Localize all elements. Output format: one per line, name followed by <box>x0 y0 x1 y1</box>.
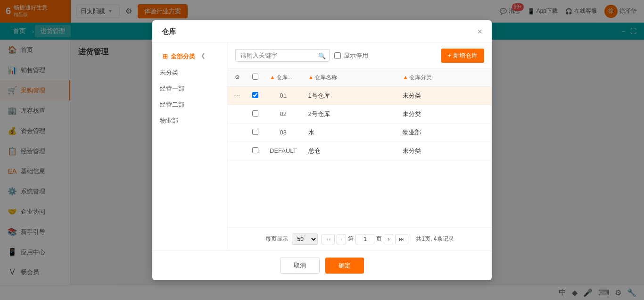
row-checkbox-cell <box>247 123 264 142</box>
page-size-label: 每页显示 <box>265 235 288 243</box>
row-checkbox[interactable] <box>252 110 258 117</box>
modal-body: ⊞ 全部分类 《 未分类 经营一部 经营二部 物业部 🔍 <box>152 43 492 250</box>
search-bar: 🔍 显示停用 + 新增仓库 <box>228 43 492 69</box>
th-code: ▲仓库... <box>264 69 303 87</box>
page-size-select[interactable]: 50 20 100 <box>292 233 318 245</box>
modal-overlay[interactable]: 仓库 × ⊞ 全部分类 《 未分类 经营一部 经营二部 物业部 <box>0 0 644 300</box>
row-checkbox-cell <box>247 86 264 105</box>
row-category-cell: 未分类 <box>397 86 492 105</box>
sort-icon: ▲ <box>270 74 275 81</box>
row-category-cell: 物业部 <box>397 123 492 142</box>
add-warehouse-button[interactable]: + 新增仓库 <box>441 49 484 63</box>
row-checkbox-cell <box>247 105 264 123</box>
grid-icon: ⊞ <box>163 53 168 60</box>
modal-title: 仓库 <box>162 27 176 36</box>
sort-icon-name: ▲ <box>308 74 314 81</box>
category-item-property[interactable]: 物业部 <box>152 113 227 129</box>
table-header-row: ⚙ ▲仓库... ▲仓库名称 ▲仓库分类 <box>228 69 492 87</box>
all-categories-label: 全部分类 <box>171 52 195 61</box>
row-category-cell: 未分类 <box>397 105 492 123</box>
warehouse-table: ⚙ ▲仓库... ▲仓库名称 ▲仓库分类 ··· 01 1号仓库 未分类 <box>228 69 492 227</box>
show-disabled-checkbox[interactable] <box>334 52 341 59</box>
modal-header: 仓库 × <box>152 20 492 43</box>
row-name-cell: 水 <box>303 123 397 142</box>
content-panel: 🔍 显示停用 + 新增仓库 ⚙ <box>228 43 492 250</box>
warehouse-data-table: ⚙ ▲仓库... ▲仓库名称 ▲仓库分类 ··· 01 1号仓库 未分类 <box>228 69 492 160</box>
page-nav: ⏮ ‹ 第 页 › ⏭ <box>322 234 408 244</box>
modal-footer: 取消 确定 <box>152 250 492 280</box>
category-item-operations2[interactable]: 经营二部 <box>152 97 227 113</box>
row-checkbox-cell <box>247 142 264 160</box>
row-code-cell: DEFAULT <box>264 142 303 160</box>
prev-page-btn[interactable]: ‹ <box>337 234 346 244</box>
table-row[interactable]: DEFAULT 总仓 未分类 <box>228 142 492 160</box>
all-categories-item[interactable]: ⊞ 全部分类 《 <box>152 49 227 65</box>
collapse-icon[interactable]: 《 <box>198 52 205 61</box>
modal-close-button[interactable]: × <box>477 27 482 37</box>
row-code-cell: 03 <box>264 123 303 142</box>
row-more-icon[interactable]: ··· <box>234 92 240 100</box>
row-category-cell: 未分类 <box>397 142 492 160</box>
table-row[interactable]: 02 2号仓库 未分类 <box>228 105 492 123</box>
pagination: 每页显示 50 20 100 ⏮ ‹ 第 页 › ⏭ <box>228 227 492 250</box>
first-page-btn[interactable]: ⏮ <box>322 234 335 244</box>
row-checkbox[interactable] <box>252 129 258 135</box>
select-all-checkbox[interactable] <box>252 74 258 80</box>
row-code-cell: 02 <box>264 105 303 123</box>
show-disabled-label: 显示停用 <box>334 51 368 60</box>
category-item-unclassified[interactable]: 未分类 <box>152 65 227 81</box>
total-info: 共1页, 4条记录 <box>416 235 454 243</box>
page-number-input[interactable] <box>355 234 374 244</box>
search-input-wrap: 🔍 <box>235 49 330 62</box>
th-category: ▲仓库分类 <box>397 69 492 87</box>
sort-icon-cat: ▲ <box>403 74 408 81</box>
row-actions-cell <box>228 142 247 160</box>
next-page-btn[interactable]: › <box>384 234 393 244</box>
row-actions-cell <box>228 123 247 142</box>
category-item-operations1[interactable]: 经营一部 <box>152 81 227 97</box>
row-name-cell: 1号仓库 <box>303 86 397 105</box>
show-disabled-text: 显示停用 <box>344 51 368 60</box>
table-row[interactable]: ··· 01 1号仓库 未分类 <box>228 86 492 105</box>
row-name-cell: 总仓 <box>303 142 397 160</box>
row-checkbox[interactable] <box>252 92 258 98</box>
category-panel: ⊞ 全部分类 《 未分类 经营一部 经营二部 物业部 <box>152 43 228 250</box>
page-unit: 页 <box>376 235 382 243</box>
warehouse-modal: 仓库 × ⊞ 全部分类 《 未分类 经营一部 经营二部 物业部 <box>152 20 492 280</box>
th-checkbox <box>247 69 264 87</box>
search-icon[interactable]: 🔍 <box>318 52 326 59</box>
cancel-button[interactable]: 取消 <box>280 258 320 274</box>
th-name: ▲仓库名称 <box>303 69 397 87</box>
row-name-cell: 2号仓库 <box>303 105 397 123</box>
row-actions-cell: ··· <box>228 86 247 105</box>
last-page-btn[interactable]: ⏭ <box>395 234 408 244</box>
gear-icon: ⚙ <box>235 74 240 81</box>
confirm-button[interactable]: 确定 <box>325 258 364 274</box>
page-prefix: 第 <box>348 235 354 243</box>
row-actions-cell <box>228 105 247 123</box>
row-code-cell: 01 <box>264 86 303 105</box>
table-body: ··· 01 1号仓库 未分类 02 2号仓库 未分类 03 水 物业部 <box>228 86 492 160</box>
table-row[interactable]: 03 水 物业部 <box>228 123 492 142</box>
row-checkbox[interactable] <box>252 147 258 153</box>
search-input[interactable] <box>235 49 330 62</box>
th-settings: ⚙ <box>228 69 247 87</box>
